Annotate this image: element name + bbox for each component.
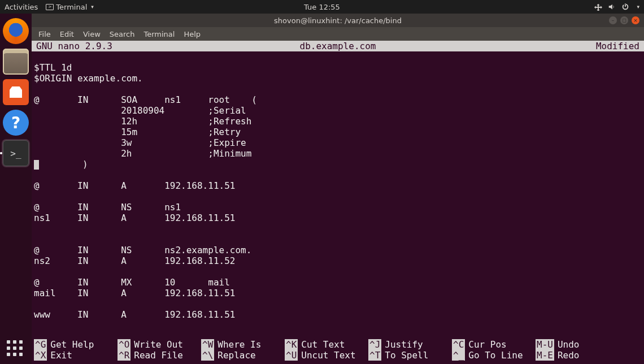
nano-shortcut: ^WWhere Is [201,339,285,350]
nano-shortcut: ^_Go To Line [452,350,536,361]
launcher-dock: ? [0,14,32,364]
menu-search[interactable]: Search [110,30,135,38]
terminal-window: shovon@linuxhint: /var/cache/bind – ◻ × … [32,14,644,364]
nano-shortcut: ^UUncut Text [285,350,368,361]
nano-shortcut: M-UUndo [536,339,619,350]
power-icon[interactable] [621,3,629,11]
activities-button[interactable]: Activities [5,3,38,11]
nano-status: Modified [596,41,639,51]
nano-header: GNU nano 2.9.3 db.example.com Modified [32,41,644,51]
nano-shortcut: ^TTo Spell [368,350,452,361]
menubar: File Edit View Search Terminal Help [32,27,644,41]
show-applications[interactable] [7,340,25,358]
nano-shortcut: ^\Replace [201,350,285,361]
dock-terminal[interactable] [3,140,29,166]
menu-edit[interactable]: Edit [60,30,74,38]
window-minimize[interactable]: – [609,16,617,24]
nano-shortcut: ^OWrite Out [118,339,201,350]
menu-terminal[interactable]: Terminal [143,30,175,38]
nano-shortcut: ^GGet Help [34,339,118,350]
nano-shortcut: M-ERedo [536,350,619,361]
menu-help[interactable]: Help [184,30,201,38]
terminal-viewport[interactable]: GNU nano 2.9.3 db.example.com Modified $… [32,41,644,364]
window-title: shovon@linuxhint: /var/cache/bind [274,16,402,25]
nano-shortcut-bar: ^GGet Help^OWrite Out^WWhere Is^KCut Tex… [32,339,644,361]
nano-shortcut: ^XExit [34,350,118,361]
nano-shortcut: ^KCut Text [285,339,368,350]
network-icon[interactable] [594,3,602,11]
dock-firefox[interactable] [3,18,29,44]
menu-file[interactable]: File [38,30,51,38]
dock-help[interactable]: ? [3,110,29,136]
window-close[interactable]: × [632,16,639,24]
dock-files[interactable] [3,49,29,75]
window-maximize[interactable]: ◻ [620,16,628,24]
menu-view[interactable]: View [83,30,101,38]
app-menu[interactable]: > Terminal ▾ [46,3,93,11]
nano-shortcut: ^RRead File [118,350,201,361]
nano-shortcut: ^JJustify [368,339,452,350]
gnome-top-panel: Activities > Terminal ▾ Tue 12:55 ▾ [0,0,644,14]
system-menu-arrow[interactable]: ▾ [637,4,639,10]
dock-software[interactable] [3,79,29,105]
nano-version: GNU nano 2.9.3 [36,41,112,51]
clock[interactable]: Tue 12:55 [304,3,340,11]
volume-icon[interactable] [608,3,616,11]
nano-editor-content[interactable]: $TTL 1d $ORIGIN example.com. @ IN SOA ns… [32,51,644,320]
window-titlebar[interactable]: shovon@linuxhint: /var/cache/bind – ◻ × [32,14,644,27]
nano-filename: db.example.com [300,41,376,51]
nano-shortcut: ^CCur Pos [452,339,536,350]
text-cursor [34,160,39,170]
